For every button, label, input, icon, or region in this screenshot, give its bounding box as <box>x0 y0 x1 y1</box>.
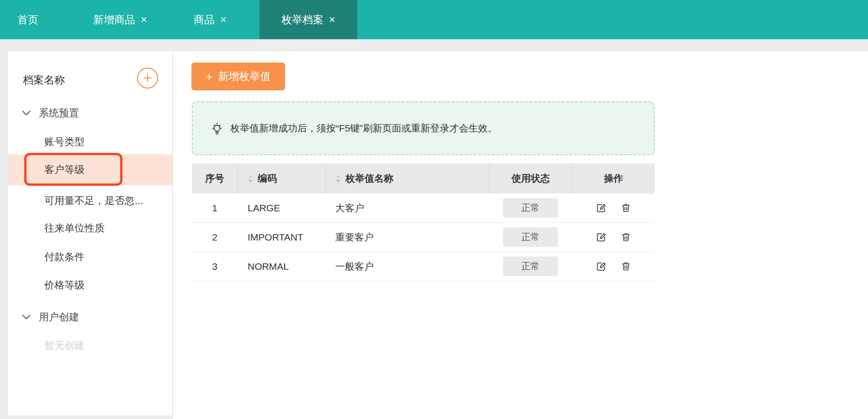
tab-home[interactable]: 首页 <box>4 0 52 39</box>
sidebar-item-availability-insufficient[interactable]: 可用量不足，是否忽... <box>8 187 172 215</box>
cell-actions <box>572 223 655 251</box>
cell-code: NORMAL <box>238 252 325 281</box>
delete-button[interactable] <box>620 202 631 214</box>
tab-label: 新增商品 <box>93 13 135 27</box>
sort-icon[interactable] <box>248 175 253 183</box>
app-window: 首页 新增商品 × 商品 × 枚举档案 × 档案名称 系统预置 <box>0 0 868 419</box>
lightbulb-icon <box>210 120 224 136</box>
sidebar-group-system-preset[interactable]: 系统预置 <box>8 100 172 127</box>
sidebar-title: 档案名称 <box>23 73 65 87</box>
cell-actions <box>572 194 655 222</box>
item-label: 可用量不足，是否忽... <box>44 194 143 208</box>
item-label: 价格等级 <box>44 278 85 292</box>
group-label: 用户创建 <box>39 310 79 324</box>
cell-actions <box>572 252 655 281</box>
sidebar-item-partner-nature[interactable]: 往来单位性质 <box>8 215 172 242</box>
cell-code: LARGE <box>238 194 325 222</box>
trash-icon <box>620 261 631 272</box>
trash-icon <box>620 202 631 214</box>
cell-name: 一般客户 <box>325 252 489 281</box>
chevron-down-icon <box>22 314 31 320</box>
tab-label: 枚举档案 <box>281 13 323 27</box>
item-label: 客户等级 <box>44 163 85 177</box>
cell-name: 重要客户 <box>325 223 489 251</box>
table-row: 1 LARGE 大客户 正常 <box>192 194 655 223</box>
item-label: 账号类型 <box>44 135 85 149</box>
status-badge: 正常 <box>503 198 558 218</box>
status-badge: 正常 <box>503 257 558 276</box>
cell-status: 正常 <box>489 194 572 222</box>
tab-enum-archive[interactable]: 枚举档案 × <box>259 0 357 39</box>
tab-label: 商品 <box>194 13 215 27</box>
cell-seq: 2 <box>192 223 238 251</box>
cell-seq: 1 <box>192 194 238 222</box>
edit-icon <box>595 231 607 243</box>
cell-status: 正常 <box>489 252 572 281</box>
tab-new-product[interactable]: 新增商品 × <box>79 0 161 39</box>
edit-button[interactable] <box>595 231 607 243</box>
sidebar-item-account-type[interactable]: 账号类型 <box>8 128 172 156</box>
notice-text: 枚举值新增成功后，须按“F5键”刷新页面或重新登录才会生效。 <box>230 122 498 135</box>
sidebar-item-payment-terms[interactable]: 付款条件 <box>8 243 172 271</box>
cell-name: 大客户 <box>325 194 489 222</box>
tab-label: 首页 <box>17 13 38 27</box>
edit-icon <box>595 202 607 214</box>
item-label: 往来单位性质 <box>44 221 105 235</box>
edit-icon <box>595 261 607 272</box>
item-label: 暂无创建 <box>44 339 85 352</box>
enum-values-table: 序号 编码 枚举值名称 使用状态 <box>192 163 655 281</box>
content-panel: + 新增枚举值 枚举值新增成功后，须按“F5键”刷新页面或重新登录才会生效。 序… <box>173 51 868 419</box>
col-header-actions: 操作 <box>572 163 655 194</box>
table-header-row: 序号 编码 枚举值名称 使用状态 <box>192 163 655 194</box>
add-enum-value-button[interactable]: + 新增枚举值 <box>191 63 285 90</box>
plus-icon: + <box>206 71 212 83</box>
close-icon[interactable]: × <box>141 14 147 25</box>
plus-icon <box>142 73 153 84</box>
edit-button[interactable] <box>595 261 607 272</box>
sidebar: 档案名称 系统预置 账号类型 客户等级 可用量不足，是否忽... 往来单位性质 … <box>8 51 173 415</box>
chevron-down-icon <box>22 110 31 116</box>
add-archive-button[interactable] <box>137 68 158 89</box>
sidebar-item-customer-level[interactable]: 客户等级 <box>8 154 172 185</box>
table-row: 3 NORMAL 一般客户 正常 <box>192 252 655 281</box>
sidebar-group-user-created[interactable]: 用户创建 <box>8 304 172 331</box>
col-header-name: 枚举值名称 <box>325 163 489 194</box>
table-row: 2 IMPORTANT 重要客户 正常 <box>192 223 655 252</box>
edit-button[interactable] <box>595 202 607 214</box>
close-icon[interactable]: × <box>220 14 227 25</box>
delete-button[interactable] <box>620 231 631 243</box>
cell-seq: 3 <box>192 252 238 281</box>
col-header-status: 使用状态 <box>489 163 572 194</box>
item-label: 付款条件 <box>44 250 85 264</box>
status-badge: 正常 <box>503 227 558 247</box>
trash-icon <box>620 231 631 243</box>
cell-code: IMPORTANT <box>238 223 325 251</box>
add-enum-value-label: 新增枚举值 <box>218 69 271 84</box>
notice-banner: 枚举值新增成功后，须按“F5键”刷新页面或重新登录才会生效。 <box>192 101 655 155</box>
group-label: 系统预置 <box>39 106 79 120</box>
col-header-code: 编码 <box>238 163 325 194</box>
delete-button[interactable] <box>620 261 631 272</box>
sort-icon[interactable] <box>336 175 341 183</box>
tab-bar: 首页 新增商品 × 商品 × 枚举档案 × <box>0 0 868 39</box>
sidebar-item-price-level[interactable]: 价格等级 <box>8 272 172 299</box>
close-icon[interactable]: × <box>329 14 335 25</box>
tab-product[interactable]: 商品 × <box>180 0 240 39</box>
cell-status: 正常 <box>489 223 572 251</box>
sidebar-item-none-created: 暂无创建 <box>8 332 172 359</box>
col-header-seq: 序号 <box>192 163 238 194</box>
